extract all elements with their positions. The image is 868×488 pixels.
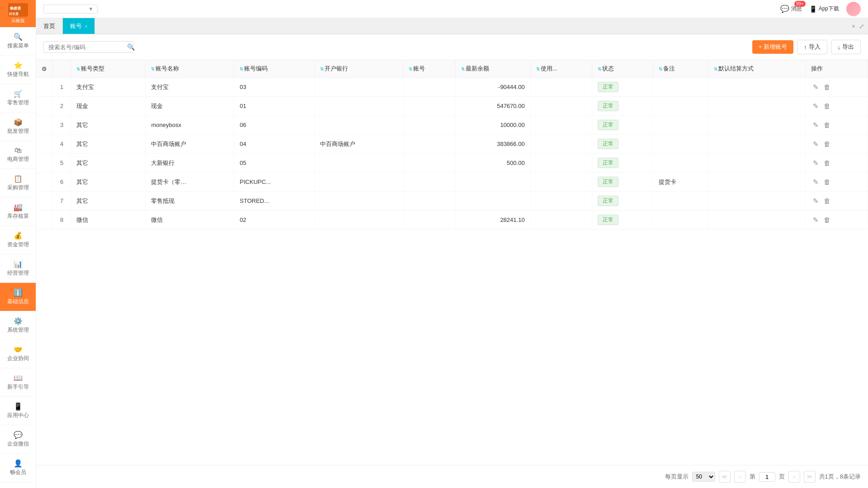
col-settings[interactable]: ⚙ bbox=[36, 60, 53, 78]
prev-page-button[interactable]: ＜ bbox=[734, 471, 746, 483]
tab-expand-button[interactable]: ⤢ bbox=[859, 23, 864, 30]
delete-button[interactable]: 🗑 bbox=[822, 82, 832, 92]
topbar-dropdown-icon[interactable]: ▼ bbox=[88, 6, 94, 12]
import-icon: ↑ bbox=[804, 44, 807, 51]
tab-home[interactable]: 首页 bbox=[36, 18, 63, 34]
row-default-payment bbox=[708, 97, 805, 116]
sidebar-item-ecommerce-manage[interactable]: 🛍电商管理 bbox=[0, 141, 36, 169]
row-default-payment bbox=[708, 116, 805, 135]
row-operations: ✎ 🗑 bbox=[805, 78, 868, 97]
message-icon: 💬 bbox=[780, 5, 789, 13]
row-usage bbox=[530, 97, 592, 116]
last-page-button[interactable]: ≫ bbox=[804, 471, 816, 483]
sidebar-item-search-menu[interactable]: 🔍搜索菜单 bbox=[0, 27, 36, 56]
toolbar-right: + 新增账号 ↑ 导入 ↓ 导出 bbox=[752, 40, 861, 54]
row-account bbox=[403, 192, 456, 211]
delete-button[interactable]: 🗑 bbox=[822, 120, 832, 130]
row-index: 8 bbox=[53, 211, 71, 230]
tab-account[interactable]: 账号 × bbox=[63, 18, 95, 34]
message-button[interactable]: 💬 消息 99+ bbox=[780, 5, 802, 13]
mobile-icon: 📱 bbox=[809, 5, 817, 13]
edit-button[interactable]: ✎ bbox=[811, 120, 821, 130]
col-usage[interactable]: ⇅使用... bbox=[530, 60, 592, 78]
tab-close-all-button[interactable]: × bbox=[852, 23, 855, 30]
sidebar-item-finance-manage[interactable]: 💰资金管理 bbox=[0, 226, 36, 254]
edit-button[interactable]: ✎ bbox=[811, 139, 821, 149]
edit-button[interactable]: ✎ bbox=[811, 101, 821, 111]
table-header-row: ⚙ ⇅账号类型 ⇅账号名称 ⇅账号编码 ⇅开户银行 ⇅账号 ⇅最新余额 ⇅使用.… bbox=[36, 60, 868, 78]
delete-button[interactable]: 🗑 bbox=[822, 101, 832, 111]
edit-button[interactable]: ✎ bbox=[811, 82, 821, 92]
first-page-button[interactable]: ≪ bbox=[719, 471, 731, 483]
col-remark[interactable]: ⇅备注 bbox=[653, 60, 708, 78]
row-account bbox=[403, 97, 456, 116]
edit-button[interactable]: ✎ bbox=[811, 158, 821, 168]
sidebar-item-system-manage[interactable]: ⚙️系统管理 bbox=[0, 311, 36, 340]
import-button[interactable]: ↑ 导入 bbox=[797, 40, 827, 54]
col-balance[interactable]: ⇅最新余额 bbox=[456, 60, 530, 78]
col-name[interactable]: ⇅账号名称 bbox=[146, 60, 234, 78]
sidebar-item-enterprise-wechat[interactable]: 💬企业微信 bbox=[0, 425, 36, 454]
page-number-input[interactable] bbox=[759, 472, 775, 482]
delete-button[interactable]: 🗑 bbox=[822, 139, 832, 149]
edit-button[interactable]: ✎ bbox=[811, 215, 821, 225]
beginner-guide-icon: 📖 bbox=[14, 374, 23, 382]
delete-button[interactable]: 🗑 bbox=[822, 196, 832, 206]
col-code[interactable]: ⇅账号编码 bbox=[234, 60, 315, 78]
sidebar-item-basic-info[interactable]: ℹ️基础信息 bbox=[0, 283, 36, 311]
sidebar-item-wholesale-manage[interactable]: 📦批发管理 bbox=[0, 113, 36, 141]
topbar-search[interactable]: ▼ bbox=[43, 5, 98, 14]
tab-account-close[interactable]: × bbox=[85, 23, 87, 29]
operations-manage-icon: 📊 bbox=[14, 260, 23, 268]
search-icon[interactable]: 🔍 bbox=[127, 43, 135, 51]
table-row: 6 其它 提货卡（零… PICKUPC... 正常 提货卡 ✎ 🗑 bbox=[36, 173, 868, 192]
account-search-input[interactable] bbox=[48, 44, 124, 51]
page-size-select[interactable]: 50 20 100 bbox=[692, 472, 715, 482]
row-balance: 383866.00 bbox=[456, 135, 530, 154]
wholesale-manage-label: 批发管理 bbox=[7, 127, 29, 135]
system-manage-label: 系统管理 bbox=[7, 326, 29, 334]
row-name: 现金 bbox=[146, 97, 234, 116]
topbar-search-input[interactable] bbox=[47, 6, 88, 12]
delete-button[interactable]: 🗑 bbox=[822, 158, 832, 168]
app-center-label: 应用中心 bbox=[7, 412, 29, 419]
enterprise-wechat-label: 企业微信 bbox=[7, 440, 29, 448]
add-account-button[interactable]: + 新增账号 bbox=[752, 40, 793, 54]
row-usage bbox=[530, 192, 592, 211]
row-settings bbox=[36, 211, 53, 230]
delete-button[interactable]: 🗑 bbox=[822, 177, 832, 187]
row-index: 1 bbox=[53, 78, 71, 97]
edit-button[interactable]: ✎ bbox=[811, 177, 821, 187]
row-default-payment bbox=[708, 173, 805, 192]
edit-button[interactable]: ✎ bbox=[811, 196, 821, 206]
user-avatar[interactable] bbox=[846, 2, 861, 16]
row-remark bbox=[653, 78, 708, 97]
sidebar-item-purchase-manage[interactable]: 📋采购管理 bbox=[0, 169, 36, 197]
sidebar-item-inventory-check[interactable]: 🏭库存核算 bbox=[0, 197, 36, 226]
sidebar-item-retail-manage[interactable]: 🛒零售管理 bbox=[0, 84, 36, 113]
sidebar-item-operations-manage[interactable]: 📊经营管理 bbox=[0, 254, 36, 283]
tabbar: 首页 账号 × × ⤢ bbox=[36, 18, 868, 34]
row-bank bbox=[315, 211, 403, 230]
sidebar-item-enterprise-agreement[interactable]: 🤝企业协同 bbox=[0, 340, 36, 368]
status-badge: 正常 bbox=[598, 177, 618, 187]
row-remark bbox=[653, 211, 708, 230]
app-download-button[interactable]: 📱 App下载 bbox=[809, 5, 839, 13]
row-settings bbox=[36, 97, 53, 116]
sidebar-brand: 乐账版 bbox=[11, 18, 25, 24]
col-type[interactable]: ⇅账号类型 bbox=[71, 60, 146, 78]
col-default-payment[interactable]: ⇅默认结算方式 bbox=[708, 60, 805, 78]
next-page-button[interactable]: ＞ bbox=[788, 471, 800, 483]
row-remark bbox=[653, 135, 708, 154]
sidebar-item-beginner-guide[interactable]: 📖新手引导 bbox=[0, 368, 36, 397]
delete-button[interactable]: 🗑 bbox=[822, 215, 832, 225]
col-bank[interactable]: ⇅开户银行 bbox=[315, 60, 403, 78]
sidebar-item-app-center[interactable]: 📱应用中心 bbox=[0, 397, 36, 425]
export-button[interactable]: ↓ 导出 bbox=[831, 40, 861, 54]
col-account[interactable]: ⇅账号 bbox=[403, 60, 456, 78]
account-search-box[interactable]: 🔍 bbox=[43, 41, 134, 53]
sidebar-item-member[interactable]: 👤畅会员 bbox=[0, 454, 36, 482]
col-status[interactable]: ⇅状态 bbox=[592, 60, 653, 78]
table-row: 5 其它 大新银行 05 500.00 正常 ✎ 🗑 bbox=[36, 154, 868, 173]
sidebar-item-quick-nav[interactable]: ⭐快捷导航 bbox=[0, 56, 36, 84]
